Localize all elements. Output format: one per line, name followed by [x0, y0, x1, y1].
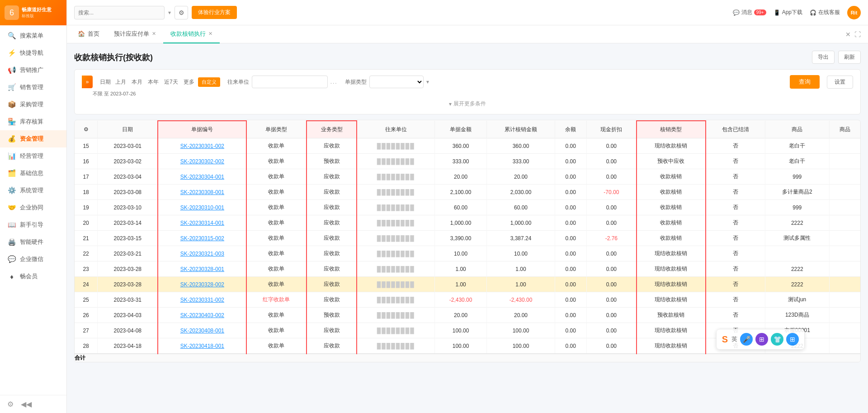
message-button[interactable]: 💬 消息 99+: [733, 9, 766, 16]
date-link-more[interactable]: 更多: [182, 77, 196, 87]
cell-partner: ████████: [357, 261, 434, 277]
sidebar-item-label: 库存核算: [20, 118, 43, 126]
tab-pending[interactable]: 预计应应付单 ✕: [107, 25, 163, 43]
doc-no-link[interactable]: SK-20230328-002: [180, 281, 224, 288]
cell-goods2: [829, 292, 860, 308]
doc-no-link[interactable]: SK-20230314-001: [180, 220, 224, 226]
doc-no-link[interactable]: SK-20230418-001: [180, 343, 224, 349]
cell-include-settled: 否: [706, 261, 765, 277]
sidebar-item-guide[interactable]: 📖 新手引导: [0, 216, 66, 233]
doc-no-link[interactable]: SK-20230304-001: [180, 174, 224, 180]
date-link-this-year[interactable]: 本年: [146, 77, 160, 87]
table-row: 23 2023-03-28 SK-20230328-001 收款单 应收款 ██…: [75, 261, 860, 277]
cell-include-settled: 否: [706, 231, 765, 246]
sidebar-item-wechat[interactable]: 💬 企业微信: [0, 251, 66, 268]
cell-cash-discount: 0.00: [586, 246, 637, 261]
col-goods[interactable]: 商品: [765, 121, 829, 138]
date-custom-button[interactable]: 自定义: [198, 77, 220, 87]
sidebar-item-label: 新手引导: [20, 221, 43, 229]
sidebar-item-label: 资金管理: [20, 135, 43, 143]
expand-more-row: ▾ 展开更多条件: [82, 97, 853, 109]
sidebar-collapse-icon[interactable]: ◀◀: [21, 400, 32, 408]
doctype-filter-label: 单据类型: [345, 78, 367, 86]
table-row: 19 2023-03-10 SK-20230310-001 收款单 应收款 ██…: [75, 200, 860, 215]
sidebar-item-inventory[interactable]: 🏪 库存核算: [0, 113, 66, 130]
user-avatar[interactable]: Rit: [847, 6, 861, 19]
table-header-row: ⚙ 日期 单据编号 单据类型 业务类型 往来单位 单据金额 累计核销金额 余额 …: [75, 121, 860, 138]
cell-goods: 2222: [765, 277, 829, 292]
cell-cash-discount: 0.00: [586, 215, 637, 231]
col-biz-type[interactable]: 业务类型: [307, 121, 357, 138]
tab-close-receivable[interactable]: ✕: [208, 31, 212, 37]
col-cash-discount[interactable]: 现金折扣: [586, 121, 637, 138]
app-download-button[interactable]: 📱 App下载: [774, 9, 802, 16]
col-goods2[interactable]: 商品: [829, 121, 860, 138]
cell-cash-discount: 0.00: [586, 338, 637, 354]
col-cancel-type[interactable]: 核销类型: [637, 121, 706, 138]
sidebar-item-system[interactable]: ⚙️ 系统管理: [0, 182, 66, 199]
date-link-7days[interactable]: 近7天: [162, 77, 180, 87]
col-partner[interactable]: 往来单位: [357, 121, 434, 138]
cell-seq: 22: [75, 246, 98, 261]
tab-fullscreen-icon[interactable]: ⛶: [854, 31, 861, 38]
expand-more-button[interactable]: ▾ 展开更多条件: [449, 100, 486, 108]
col-include-settled[interactable]: 包含已结清: [706, 121, 765, 138]
sidebar-item-member[interactable]: ♦ 畅会员: [0, 268, 66, 285]
date-link-this-month[interactable]: 本月: [130, 77, 144, 87]
tab-close-pending[interactable]: ✕: [152, 31, 156, 37]
doc-no-link[interactable]: SK-20230331-002: [180, 297, 224, 303]
setting-button[interactable]: 设置: [827, 76, 853, 89]
sidebar-item-finance[interactable]: 💰 资金管理: [0, 130, 66, 147]
cell-goods2: [829, 185, 860, 200]
sidebar-item-hardware[interactable]: 🖨️ 智能硬件: [0, 233, 66, 251]
sidebar-item-purchase[interactable]: 📦 采购管理: [0, 96, 66, 113]
date-link-prev-month[interactable]: 上月: [113, 77, 128, 87]
doc-no-link[interactable]: SK-20230403-002: [180, 312, 224, 318]
sidebar-item-corp[interactable]: 🤝 企业协同: [0, 199, 66, 216]
col-date[interactable]: 日期: [98, 121, 158, 138]
query-button[interactable]: 查询: [790, 75, 820, 89]
cell-goods: 测试多属性: [765, 231, 829, 246]
col-cancel-amount[interactable]: 累计核销金额: [487, 121, 555, 138]
online-service-button[interactable]: 🎧 在线客服: [810, 9, 840, 16]
doc-no-link[interactable]: SK-20230315-002: [180, 235, 224, 242]
doc-no-link[interactable]: SK-20230308-001: [180, 189, 224, 195]
sidebar-item-quick[interactable]: ⚡ 快捷导航: [0, 44, 66, 62]
sidebar-settings-icon[interactable]: ⚙: [7, 400, 14, 408]
doc-no-link[interactable]: SK-20230408-001: [180, 328, 224, 334]
topbar-gear-button[interactable]: ⚙: [175, 6, 188, 19]
doc-no-link[interactable]: SK-20230302-002: [180, 158, 224, 165]
refresh-button[interactable]: 刷新: [838, 51, 861, 64]
filter-toggle-button[interactable]: »: [82, 76, 93, 88]
export-button[interactable]: 导出: [812, 51, 835, 64]
tab-close-all-icon[interactable]: ✕: [845, 31, 851, 38]
tab-receivable[interactable]: 收款核销执行 ✕: [163, 25, 220, 43]
sidebar-item-base[interactable]: 🗂️ 基础信息: [0, 165, 66, 182]
doc-no-link[interactable]: SK-20230310-001: [180, 204, 224, 211]
corp-icon: 🤝: [7, 204, 16, 212]
col-balance[interactable]: 余额: [555, 121, 587, 138]
tab-home[interactable]: 🏠 首页: [71, 25, 107, 43]
table-row: 27 2023-04-08 SK-20230408-001 收款单 应收款 ██…: [75, 323, 860, 338]
cell-doc-type: 收款单: [246, 200, 306, 215]
doctype-filter-select[interactable]: [369, 76, 424, 88]
col-doc-no[interactable]: 单据编号: [158, 121, 246, 138]
sidebar-item-operation[interactable]: 📊 经营管理: [0, 147, 66, 165]
doc-no-link[interactable]: SK-20230328-001: [180, 266, 224, 272]
industry-plan-button[interactable]: 体验行业方案: [192, 6, 237, 19]
cell-doc-no: SK-20230315-002: [158, 231, 246, 246]
topbar-search-input[interactable]: [74, 6, 165, 19]
col-doc-type[interactable]: 单据类型: [246, 121, 306, 138]
doc-no-link[interactable]: SK-20230321-003: [180, 251, 224, 257]
partner-filter-input[interactable]: [252, 76, 328, 88]
col-settings[interactable]: ⚙: [75, 121, 98, 138]
table-row: 28 2023-04-18 SK-20230418-001 收款单 应收款 ██…: [75, 338, 860, 354]
col-amount[interactable]: 单据金额: [435, 121, 487, 138]
sidebar-item-search[interactable]: 🔍 搜索菜单: [0, 27, 66, 44]
marketing-icon: 📢: [7, 66, 16, 74]
cell-date: 2023-03-31: [98, 292, 158, 308]
sidebar-item-marketing[interactable]: 📢 营销推广: [0, 62, 66, 79]
doc-no-link[interactable]: SK-20230301-002: [180, 143, 224, 149]
cell-doc-no: SK-20230304-001: [158, 169, 246, 185]
sidebar-item-sales[interactable]: 🛒 销售管理: [0, 79, 66, 96]
